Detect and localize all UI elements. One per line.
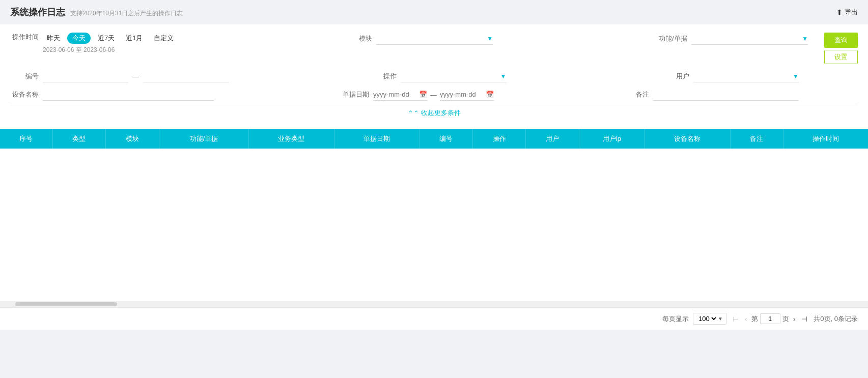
page-subtitle: 支持2020年10月31日之后产生的操作日志 [70, 9, 183, 18]
date-separator: — [430, 91, 437, 99]
time-btn-1month[interactable]: 近1月 [122, 33, 147, 44]
date-to-wrapper: 📅 [440, 89, 494, 101]
operation-select[interactable] [401, 72, 498, 80]
feature-select[interactable] [691, 35, 800, 42]
time-buttons: 昨天 今天 近7天 近1月 自定义 [43, 33, 178, 44]
user-select-wrapper: ▼ [693, 70, 799, 82]
feature-select-wrapper: ▼ [691, 33, 808, 45]
user-filter-item: 用户 ▼ [661, 70, 799, 82]
remark-input[interactable] [653, 89, 799, 101]
export-label: 导出 [845, 8, 858, 17]
operation-label: 操作 [368, 72, 397, 81]
col-index: 序号 [0, 129, 52, 149]
operation-select-wrapper: ▼ [401, 70, 506, 82]
time-btn-yesterday[interactable]: 昨天 [43, 33, 64, 44]
collapse-chevron-icon: ⌃⌃ [408, 109, 419, 117]
number-to-input[interactable] [143, 70, 229, 82]
col-device: 设备名称 [645, 129, 730, 149]
filter-row-3: 设备名称 单据日期 📅 — 📅 备注 [10, 89, 858, 101]
col-user: 用户 [526, 129, 579, 149]
filter-area: 操作时间 昨天 今天 近7天 近1月 自定义 2023-06-06 至 2023… [0, 24, 868, 129]
export-button[interactable]: ⬆ 导出 [836, 8, 858, 17]
device-filter-item: 设备名称 [10, 89, 214, 101]
time-range-display: 2023-06-06 至 2023-06-06 [43, 46, 178, 54]
filter-row-1: 操作时间 昨天 今天 近7天 近1月 自定义 2023-06-06 至 2023… [10, 33, 858, 64]
prev-page-button[interactable]: ‹ [743, 314, 749, 324]
operation-chevron-icon: ▼ [500, 73, 507, 80]
time-label: 操作时间 [10, 33, 39, 42]
empty-area [0, 149, 868, 301]
date-from-input[interactable] [373, 91, 419, 98]
module-label: 模块 [344, 34, 372, 43]
table-header-row: 序号 类型 模块 功能/单据 业务类型 单据日期 编号 操作 用户 用户ip 设… [0, 129, 868, 149]
page-prefix-label: 第 [751, 314, 758, 324]
time-btn-today[interactable]: 今天 [67, 33, 91, 44]
module-select[interactable] [376, 35, 485, 42]
collapse-button[interactable]: ⌃⌃ 收起更多条件 [10, 105, 858, 121]
date-from-wrapper: 📅 [373, 89, 427, 101]
table-header: 序号 类型 模块 功能/单据 业务类型 单据日期 编号 操作 用户 用户ip 设… [0, 129, 868, 149]
col-date: 单据日期 [334, 129, 419, 149]
module-select-wrapper: ▼ [376, 33, 493, 45]
date-to-input[interactable] [440, 91, 486, 98]
feature-label: 功能/单据 [659, 34, 687, 43]
number-separator: — [132, 73, 139, 80]
module-chevron-icon: ▼ [487, 35, 493, 42]
table-container: 序号 类型 模块 功能/单据 业务类型 单据日期 编号 操作 用户 用户ip 设… [0, 129, 868, 301]
col-type: 类型 [52, 129, 105, 149]
col-module: 模块 [106, 129, 159, 149]
col-remark: 备注 [730, 129, 783, 149]
col-number: 编号 [419, 129, 472, 149]
user-select[interactable] [693, 72, 791, 80]
page-title: 系统操作日志 [10, 6, 65, 18]
per-page-chevron-icon: ▼ [718, 316, 723, 322]
device-label: 设备名称 [10, 90, 39, 99]
date-filter-item: 单据日期 📅 — 📅 [341, 89, 494, 101]
collapse-label: 收起更多条件 [421, 108, 461, 118]
time-filter: 昨天 今天 近7天 近1月 自定义 2023-06-06 至 2023-06-0… [43, 33, 178, 54]
module-filter-item: 模块 ▼ [344, 33, 493, 45]
date-range: 📅 — 📅 [373, 89, 494, 101]
col-operation: 操作 [472, 129, 525, 149]
time-btn-custom[interactable]: 自定义 [150, 33, 178, 44]
total-label: 共0页, 0条记录 [814, 314, 858, 324]
calendar-from-icon[interactable]: 📅 [419, 91, 427, 98]
query-button[interactable]: 查询 [824, 33, 858, 48]
number-label: 编号 [10, 72, 39, 81]
data-table: 序号 类型 模块 功能/单据 业务类型 单据日期 编号 操作 用户 用户ip 设… [0, 129, 868, 149]
per-page-label: 每页显示 [662, 314, 689, 324]
operation-filter-item: 操作 ▼ [368, 70, 506, 82]
header-left: 系统操作日志 支持2020年10月31日之后产生的操作日志 [10, 6, 183, 18]
page-header: 系统操作日志 支持2020年10月31日之后产生的操作日志 ⬆ 导出 [0, 0, 868, 24]
horizontal-scrollbar[interactable] [0, 301, 868, 307]
page-navigation: ⊢ ‹ 第 页 › ⊣ [731, 313, 809, 324]
time-btn-7days[interactable]: 近7天 [94, 33, 119, 44]
page-number-input[interactable] [760, 313, 780, 324]
first-page-button[interactable]: ⊢ [731, 314, 741, 324]
next-page-button[interactable]: › [791, 314, 798, 324]
export-icon: ⬆ [836, 8, 843, 16]
per-page-select-wrapper: 50 100 200 ▼ [693, 313, 726, 325]
number-filter-item: 编号 — [10, 70, 214, 82]
col-feature: 功能/单据 [159, 129, 248, 149]
settings-button[interactable]: 设置 [824, 50, 858, 64]
time-filter-item: 操作时间 昨天 今天 近7天 近1月 自定义 2023-06-06 至 2023… [10, 33, 178, 54]
col-biztype: 业务类型 [249, 129, 334, 149]
remark-filter-item: 备注 [621, 89, 799, 101]
feature-filter-item: 功能/单据 ▼ [659, 33, 808, 45]
number-from-input[interactable] [43, 70, 128, 82]
feature-chevron-icon: ▼ [802, 35, 808, 42]
calendar-to-icon[interactable]: 📅 [486, 91, 494, 98]
date-label: 单据日期 [341, 90, 369, 99]
per-page-select[interactable]: 50 100 200 [696, 314, 718, 323]
col-op-time: 操作时间 [783, 129, 868, 149]
action-buttons: 查询 设置 [824, 33, 858, 64]
remark-label: 备注 [621, 90, 649, 99]
page-suffix-label: 页 [782, 314, 789, 324]
user-chevron-icon: ▼ [793, 73, 799, 80]
scrollbar-thumb[interactable] [15, 302, 117, 306]
user-label: 用户 [661, 72, 689, 81]
last-page-button[interactable]: ⊣ [799, 314, 809, 324]
col-user-ip: 用户ip [579, 129, 645, 149]
device-input[interactable] [43, 89, 214, 101]
